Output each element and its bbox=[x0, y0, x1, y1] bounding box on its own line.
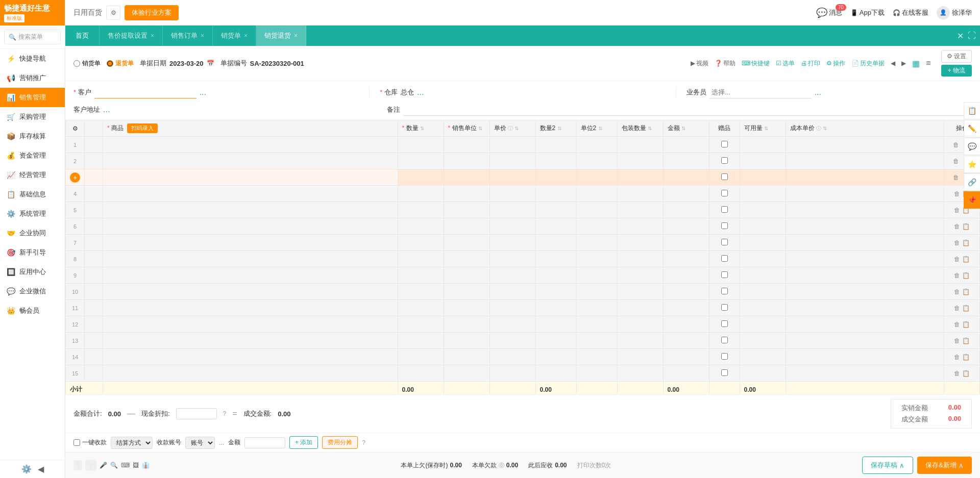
message-btn[interactable]: 💬 70 消息 bbox=[816, 7, 842, 18]
row-15-delete-icon[interactable]: 🗑 bbox=[954, 370, 960, 377]
row-1-product[interactable] bbox=[103, 137, 398, 153]
sidebar-item-operations[interactable]: 📈 经营管理 bbox=[0, 165, 65, 185]
row-1-price[interactable] bbox=[489, 137, 535, 153]
right-panel-item-5[interactable]: 🔗 bbox=[964, 173, 980, 191]
row-8-delete-icon[interactable]: 🗑 bbox=[954, 256, 960, 263]
row-1-gift[interactable] bbox=[709, 137, 740, 153]
row-5-gift-checkbox[interactable] bbox=[721, 206, 728, 213]
account-select[interactable]: 账号 bbox=[185, 437, 215, 449]
tab-sale-setting-close[interactable]: × bbox=[151, 32, 154, 39]
sidebar-item-newbie[interactable]: 🎯 新手引导 bbox=[0, 243, 65, 262]
row-3-avail[interactable] bbox=[740, 169, 786, 186]
row-8-copy-icon[interactable]: 📋 bbox=[962, 256, 970, 263]
col-settings-header[interactable]: ⚙ bbox=[66, 120, 85, 137]
row-2-amount[interactable] bbox=[663, 153, 709, 169]
row-8-gift-checkbox[interactable] bbox=[721, 255, 728, 262]
shortcuts-btn[interactable]: ⌨ 快捷键 bbox=[742, 59, 770, 68]
row-2-price[interactable] bbox=[489, 153, 535, 169]
row-3-unit2[interactable] bbox=[576, 169, 617, 186]
print-btn[interactable]: 🖨 打印 bbox=[801, 59, 820, 68]
row-1-delete-icon[interactable]: 🗑 bbox=[953, 141, 959, 148]
row-11-gift-checkbox[interactable] bbox=[721, 304, 728, 311]
one-key-payment-checkbox[interactable]: 一键收款 bbox=[74, 438, 107, 447]
right-panel-item-1[interactable]: 📋 bbox=[964, 102, 980, 119]
row-12-gift-checkbox[interactable] bbox=[721, 320, 728, 327]
row-2-product[interactable] bbox=[103, 153, 398, 169]
customer-input[interactable] bbox=[94, 86, 197, 98]
save-new-btn[interactable]: 保存&新增 ∧ bbox=[917, 457, 972, 474]
row-9-copy-icon[interactable]: 📋 bbox=[962, 272, 970, 279]
radio-return[interactable]: 退货单 bbox=[107, 59, 134, 68]
row-14-copy-icon[interactable]: 📋 bbox=[962, 354, 970, 361]
discount-input[interactable] bbox=[176, 408, 217, 419]
one-key-payment-input[interactable] bbox=[74, 439, 80, 446]
radio-sale-input[interactable] bbox=[74, 60, 80, 67]
search-menu-btn[interactable]: 🔍 搜索菜单 bbox=[0, 26, 65, 49]
radio-return-input[interactable] bbox=[107, 60, 113, 67]
row-13-delete-icon[interactable]: 🗑 bbox=[954, 337, 960, 344]
sidebar-item-purchase[interactable]: 🛒 采购管理 bbox=[0, 107, 65, 127]
tab-home[interactable]: 首页 bbox=[65, 26, 100, 46]
sidebar-item-member[interactable]: 👑 畅会员 bbox=[0, 301, 65, 320]
split-help-icon[interactable]: ? bbox=[362, 439, 365, 446]
row-1-gift-checkbox[interactable] bbox=[721, 141, 728, 147]
row-14-gift-checkbox[interactable] bbox=[721, 353, 728, 360]
row-13-gift-checkbox[interactable] bbox=[721, 337, 728, 343]
row-10-gift-checkbox[interactable] bbox=[721, 288, 728, 294]
table-settings-icon[interactable]: ⚙ bbox=[72, 125, 78, 132]
row-2-avail[interactable] bbox=[740, 153, 786, 169]
staff-input[interactable] bbox=[709, 86, 812, 98]
row-2-cost[interactable] bbox=[786, 153, 944, 169]
row-1-qty[interactable] bbox=[398, 137, 444, 153]
right-panel-item-6[interactable]: 📌 bbox=[964, 191, 980, 209]
row-3-gift-checkbox[interactable] bbox=[721, 173, 728, 180]
calendar-icon[interactable]: 📅 bbox=[207, 60, 214, 67]
sidebar-item-shortcut[interactable]: ⚡ 快捷导航 bbox=[0, 49, 65, 68]
row-15-copy-icon[interactable]: 📋 bbox=[962, 370, 970, 377]
row-4-delete-icon[interactable]: 🗑 bbox=[954, 190, 960, 197]
expand-tab-icon[interactable]: ⛶ bbox=[968, 31, 976, 40]
row-1-qty2[interactable] bbox=[535, 137, 576, 153]
sidebar-item-wecom[interactable]: 💬 企业微信 bbox=[0, 282, 65, 301]
split-expense-btn[interactable]: 费用分摊 bbox=[322, 436, 358, 449]
row-4-gift-checkbox[interactable] bbox=[721, 190, 728, 196]
sidebar-settings-icon[interactable]: ⚙️ bbox=[21, 464, 32, 474]
row-1-packqty[interactable] bbox=[617, 137, 663, 153]
row-3-qty[interactable] bbox=[398, 169, 444, 186]
row-9-delete-icon[interactable]: 🗑 bbox=[954, 272, 960, 279]
sidebar-item-enterprise[interactable]: 🤝 企业协同 bbox=[0, 223, 65, 243]
select-btn[interactable]: ☑ 选单 bbox=[776, 59, 795, 68]
row-3-add-btn[interactable]: + bbox=[66, 169, 85, 186]
row-3-amount[interactable] bbox=[663, 169, 709, 186]
row-6-delete-icon[interactable]: 🗑 bbox=[954, 223, 960, 230]
grid-view-btn[interactable]: ▦ bbox=[912, 59, 920, 68]
video-btn[interactable]: ▶ 视频 bbox=[691, 59, 708, 68]
add-logistics-btn[interactable]: + 物流 bbox=[941, 65, 972, 77]
row-12-copy-icon[interactable]: 📋 bbox=[962, 321, 970, 328]
row-2-gift[interactable] bbox=[709, 153, 740, 169]
row-14-delete-icon[interactable]: 🗑 bbox=[954, 354, 960, 361]
row-11-copy-icon[interactable]: 📋 bbox=[962, 305, 970, 312]
row-13-copy-icon[interactable]: 📋 bbox=[962, 337, 970, 344]
radio-sale[interactable]: 销货单 bbox=[74, 59, 101, 68]
row-3-product[interactable] bbox=[103, 169, 398, 186]
row-3-qty2[interactable] bbox=[535, 169, 576, 186]
row-3-packqty[interactable] bbox=[617, 169, 663, 186]
tab-sale-delivery-close[interactable]: × bbox=[244, 32, 248, 39]
trial-btn[interactable]: 体验行业方案 bbox=[125, 5, 179, 20]
amount-input[interactable] bbox=[244, 437, 285, 448]
staff-dots[interactable]: ... bbox=[815, 88, 821, 97]
row-9-gift-checkbox[interactable] bbox=[721, 271, 728, 278]
sidebar-item-finance[interactable]: 💰 资金管理 bbox=[0, 146, 65, 165]
row-7-gift-checkbox[interactable] bbox=[721, 239, 728, 245]
close-tab-icon[interactable]: ✕ bbox=[957, 31, 964, 41]
tab-sale-order[interactable]: 销售订单 × bbox=[163, 26, 213, 46]
row-12-delete-icon[interactable]: 🗑 bbox=[954, 321, 960, 328]
row-6-copy-icon[interactable]: 📋 bbox=[962, 223, 970, 230]
online-service-btn[interactable]: 🎧 在线客服 bbox=[893, 8, 928, 17]
tab-sale-setting[interactable]: 售价提取设置 × bbox=[100, 26, 163, 46]
warehouse-dots[interactable]: ... bbox=[417, 88, 424, 97]
next-record-btn[interactable]: ▶ bbox=[901, 60, 906, 67]
row-2-qty[interactable] bbox=[398, 153, 444, 169]
row-2-packqty[interactable] bbox=[617, 153, 663, 169]
